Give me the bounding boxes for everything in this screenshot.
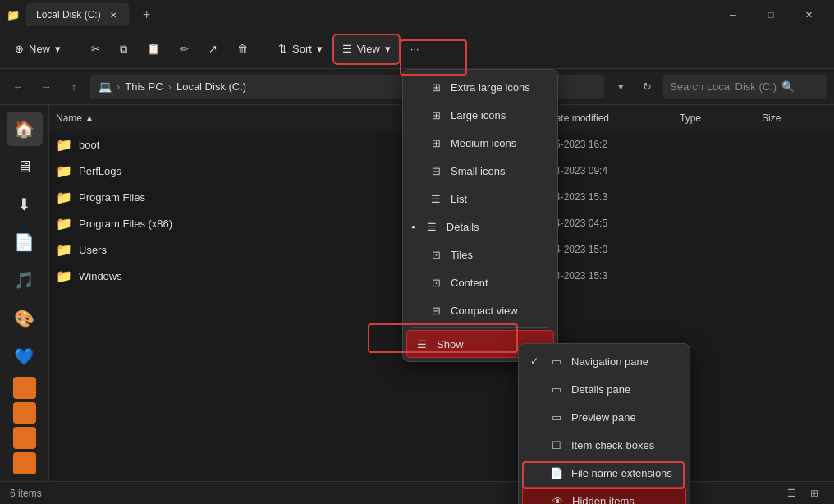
sort-dropdown-icon: ▾ [317,43,323,55]
cut-button[interactable]: ✂ [83,35,108,63]
view-button[interactable]: ☰ View ▾ [334,35,399,63]
active-tab[interactable]: Local Disk (C:) ✕ [26,3,129,26]
sort-icon: ⇅ [278,43,287,55]
paste-icon: 📋 [147,43,160,55]
submenu-item-icon: ▭ [550,410,563,424]
copy-button[interactable]: ⧉ [112,35,135,63]
view-menu-item-details[interactable]: ●☰Details [406,213,554,241]
up-button[interactable]: ↑ [62,76,85,99]
new-tab-button[interactable]: + [135,3,158,26]
submenu-item-label: Hidden items [572,495,635,505]
sidebar-desktop-icon[interactable]: 🖥 [7,149,43,184]
grid-view-button[interactable]: ⊞ [804,485,824,502]
submenu-item-preview-pane[interactable]: ✓▭Preview pane [522,403,686,431]
sidebar-music-icon[interactable]: 🎵 [7,263,43,297]
submenu-item-hidden-items[interactable]: ✓👁Hidden items [522,487,686,504]
menu-item-label: Content [451,277,488,289]
address-controls: ▾ ↻ [609,76,658,99]
view-label: View [357,43,380,55]
submenu-item-file-name-extensions[interactable]: ✓📄File name extensions [522,459,686,487]
sidebar-home-icon[interactable]: 🏠 [7,112,43,146]
show-icon: ☰ [415,337,428,351]
list-view-button[interactable]: ☰ [781,485,801,502]
sidebar-app1-icon[interactable]: 💙 [7,339,43,373]
submenu-item-item-check-boxes[interactable]: ✓☐Item check boxes [522,431,686,459]
menu-item-label: List [451,193,467,205]
menu-item-icon: ⊞ [429,136,442,149]
share-icon: ↗ [208,43,218,55]
new-plus-icon: ⊕ [15,43,24,55]
sidebar-folder4-icon[interactable] [13,452,36,474]
submenu-item-label: Details pane [571,383,630,396]
view-menu-item-large-icons[interactable]: ⊞Large icons [406,101,554,129]
view-icon: ☰ [342,43,352,55]
rename-button[interactable]: ✏ [172,35,197,63]
menu-item-label: Compact view [451,305,518,317]
rename-icon: ✏ [180,43,189,55]
active-dot: ● [411,223,415,231]
search-icon: 🔍 [781,80,795,93]
window-controls: ─ □ ✕ [714,0,827,30]
delete-button[interactable]: 🗑 [229,35,256,63]
col-size-header[interactable]: Size [762,112,827,124]
col-date-header[interactable]: Date modified [548,112,680,124]
col-type-header[interactable]: Type [680,112,762,124]
refresh-button[interactable]: ↻ [635,76,658,99]
search-box[interactable]: Search Local Disk (C:) 🔍 [663,75,827,99]
folder-icon: 📁 [56,190,72,205]
maximize-button[interactable]: □ [752,0,790,30]
folder-icon: 📁 [56,163,72,179]
view-dropdown-menu: ⊞Extra large icons⊞Large icons⊞Medium ic… [402,69,558,362]
close-tab-button[interactable]: ✕ [108,9,119,21]
more-icon: ··· [410,43,419,55]
view-menu-item-compact-view[interactable]: ⊟Compact view [406,296,554,324]
view-menu-item-tiles[interactable]: ⊡Tiles [406,241,554,268]
menu-divider [411,327,549,328]
title-bar: 📁 Local Disk (C:) ✕ + ─ □ ✕ [0,0,834,30]
folder-icon: 📁 [56,216,72,231]
sidebar-documents-icon[interactable]: 📄 [7,225,43,259]
dropdown-button[interactable]: ▾ [609,76,632,99]
path-local-disk[interactable]: Local Disk (C:) [176,80,246,93]
view-menu-item-list[interactable]: ☰List [406,185,554,213]
sidebar-folder1-icon[interactable] [13,377,36,399]
new-dropdown-icon: ▾ [55,43,61,55]
back-button[interactable]: ← [7,76,30,99]
toolbar: ⊕ New ▾ ✂ ⧉ 📋 ✏ ↗ 🗑 ⇅ Sort ▾ ☰ View ▾ ··… [0,30,834,69]
more-button[interactable]: ··· [402,35,428,63]
sidebar-pictures-icon[interactable]: 🎨 [7,301,43,336]
folder-icon: 📁 [56,242,72,258]
sort-asc-icon: ▲ [85,113,94,122]
menu-item-label: Medium icons [451,137,516,149]
delete-icon: 🗑 [237,43,248,55]
view-menu-item-small-icons[interactable]: ⊟Small icons [406,157,554,185]
submenu-item-label: Navigation pane [571,355,648,368]
col-name-label: Name [56,112,82,124]
submenu-item-navigation-pane[interactable]: ✓▭Navigation pane [522,347,686,375]
submenu-item-details-pane[interactable]: ✓▭Details pane [522,375,686,403]
submenu-item-label: File name extensions [571,467,672,479]
menu-item-icon: ⊞ [429,80,442,94]
menu-item-icon: ⊟ [429,304,442,317]
share-button[interactable]: ↗ [200,35,226,63]
sort-button[interactable]: ⇅ Sort ▾ [270,35,331,63]
menu-item-icon: ⊟ [429,164,442,177]
menu-item-label: Tiles [451,249,473,261]
view-menu-item-extra-large-icons[interactable]: ⊞Extra large icons [406,73,554,101]
sidebar-folder3-icon[interactable] [13,427,36,449]
item-count: 6 items [10,488,42,499]
submenu-item-icon: 👁 [551,494,564,504]
menu-item-icon: ☰ [429,192,442,205]
sidebar-downloads-icon[interactable]: ⬇ [7,187,43,222]
forward-button[interactable]: → [34,76,57,99]
view-menu-item-medium-icons[interactable]: ⊞Medium icons [406,129,554,157]
close-window-button[interactable]: ✕ [790,0,827,30]
view-menu-item-content[interactable]: ⊡Content [406,268,554,296]
paste-button[interactable]: 📋 [139,35,168,63]
sidebar-folder2-icon[interactable] [13,402,36,424]
view-mode-controls: ☰ ⊞ [781,485,824,502]
minimize-button[interactable]: ─ [714,0,752,30]
view-dropdown-icon: ▾ [385,43,391,55]
path-this-pc[interactable]: This PC [125,80,163,93]
new-button[interactable]: ⊕ New ▾ [7,35,69,63]
